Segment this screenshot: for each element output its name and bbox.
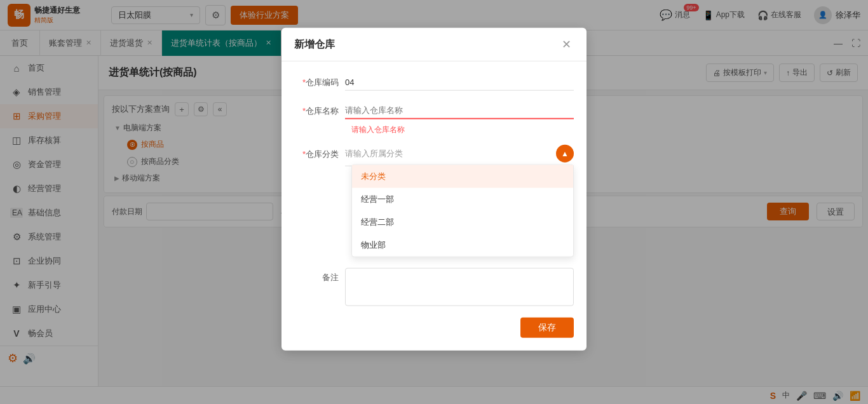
dropdown-item-dept1[interactable]: 经营一部 (352, 188, 573, 211)
code-input[interactable] (345, 74, 574, 91)
dropdown-item-property[interactable]: 物业部 (352, 234, 573, 257)
category-placeholder: 请输入所属分类 (345, 148, 403, 159)
add-warehouse-modal: 新增仓库 ✕ *仓库编码 *仓库名称 请输入仓库名称 *仓库分类 请输入所属分类 (281, 28, 587, 351)
save-button[interactable]: 保存 (520, 318, 574, 338)
category-field-row: *仓库分类 请输入所属分类 ▲ 未分类 经营一部 经营二部 物业部 (294, 142, 574, 166)
name-error-msg: 请输入仓库名称 (294, 125, 574, 135)
note-label: 备注 (294, 268, 345, 283)
modal-close-icon[interactable]: ✕ (559, 37, 574, 52)
name-input[interactable] (345, 102, 574, 119)
category-dropdown: 未分类 经营一部 经营二部 物业部 (351, 165, 574, 257)
dropdown-item-unclassified[interactable]: 未分类 (352, 165, 573, 188)
modal-body: *仓库编码 *仓库名称 请输入仓库名称 *仓库分类 请输入所属分类 ▲ 未分类 (281, 62, 587, 311)
name-field-row: *仓库名称 (294, 102, 574, 119)
code-field-row: *仓库编码 (294, 74, 574, 91)
category-toggle-icon[interactable]: ▲ (556, 145, 574, 163)
category-label: *仓库分类 (294, 148, 345, 159)
modal-footer: 保存 (281, 311, 587, 351)
note-field-row: 备注 (294, 268, 574, 306)
modal-header: 新增仓库 ✕ (281, 28, 587, 62)
name-label: *仓库名称 (294, 105, 345, 116)
category-select[interactable]: 请输入所属分类 ▲ (345, 142, 574, 166)
dropdown-item-dept2[interactable]: 经营二部 (352, 211, 573, 234)
modal-title: 新增仓库 (294, 37, 335, 51)
code-label: *仓库编码 (294, 77, 345, 88)
note-textarea[interactable] (345, 268, 574, 306)
